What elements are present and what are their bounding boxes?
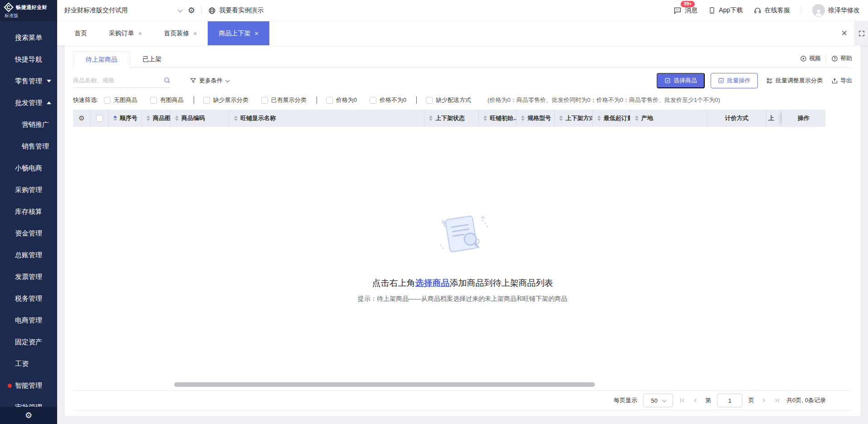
prev-page-icon[interactable] (692, 397, 699, 404)
sidebar-item[interactable]: 库存核算 (0, 201, 57, 222)
more-filters-button[interactable]: 更多条件 (190, 77, 229, 85)
sort-arrows-icon[interactable] (175, 116, 179, 121)
sidebar-item[interactable]: 电商管理 (0, 309, 57, 331)
sidebar-settings-button[interactable]: ⚙ (0, 407, 57, 424)
last-page-icon[interactable] (773, 397, 780, 404)
search-icon[interactable] (163, 77, 171, 84)
sort-arrows-icon[interactable] (429, 116, 433, 121)
sort-arrows-icon[interactable] (113, 116, 117, 121)
column-settings-button[interactable]: ⚙ (73, 110, 91, 127)
close-icon[interactable]: × (138, 30, 142, 37)
first-page-icon[interactable] (679, 397, 686, 404)
sort-arrows-icon[interactable] (234, 116, 238, 121)
column-header[interactable]: 旺铺显示名称 (229, 110, 424, 127)
quick-filter-option[interactable]: 无图商品 (104, 96, 137, 104)
quick-filter-option[interactable]: 已有展示分类 (261, 96, 307, 104)
per-page-select[interactable]: 50 (643, 394, 673, 407)
select-products-link[interactable]: 选择商品 (415, 278, 450, 288)
org-selector[interactable]: 好业财标准版交付试用 (64, 6, 181, 14)
sort-arrows-icon[interactable] (146, 116, 150, 121)
subtab-pending[interactable]: 待上架商品 (73, 51, 130, 68)
video-link[interactable]: 视频 (800, 54, 821, 63)
app-window: 畅捷通好业财 标准版 搜索菜单快捷导航零售管理批发管理营销推广销售管理小畅电商采… (0, 0, 868, 424)
checkbox[interactable] (370, 97, 376, 104)
sidebar-item[interactable]: 资金管理 (0, 222, 57, 244)
sidebar-item[interactable]: 工资 (0, 353, 57, 375)
quick-filter-option-label: 缺少配送方式 (436, 96, 471, 104)
column-header[interactable]: 产地 (630, 110, 707, 127)
quick-filter-option[interactable]: 有图商品 (150, 96, 184, 104)
export-button[interactable]: 导出 (831, 77, 852, 85)
batch-adjust-category-button[interactable]: 批量调整展示分类 (766, 77, 823, 85)
sort-arrows-icon[interactable] (483, 116, 487, 121)
messages-button[interactable]: 99+ 消息 (673, 6, 697, 14)
checkbox[interactable] (326, 97, 333, 104)
sidebar-item[interactable]: 采购管理 (0, 179, 57, 201)
column-header[interactable]: 上下架状态 (424, 110, 479, 127)
checkbox[interactable] (203, 97, 210, 104)
quick-filter-option[interactable]: 缺少展示分类 (203, 96, 249, 104)
sidebar: 畅捷通好业财 标准版 搜索菜单快捷导航零售管理批发管理营销推广销售管理小畅电商采… (0, 0, 57, 424)
sidebar-item[interactable]: 快捷导航 (0, 48, 57, 70)
sidebar-item[interactable]: 固定资产 (0, 331, 57, 353)
user-menu[interactable]: 徐泽华修改 (812, 4, 860, 17)
sidebar-item[interactable]: 审批管理 (0, 396, 57, 407)
sidebar-item[interactable]: 销售管理 (0, 135, 57, 157)
sidebar-item[interactable]: 发票管理 (0, 266, 57, 288)
tab[interactable]: 采购订单× (98, 21, 153, 45)
sort-arrows-icon[interactable] (521, 116, 525, 121)
sidebar-item[interactable]: 营销推广 (0, 114, 57, 135)
quick-filter-option[interactable]: 缺少配送方式 (426, 96, 471, 104)
next-page-icon[interactable] (760, 397, 767, 404)
column-header[interactable]: 顺序号 (109, 110, 142, 127)
page-number-input[interactable] (717, 394, 742, 407)
sidebar-item[interactable]: 总账管理 (0, 244, 57, 266)
tab[interactable]: 首页 (63, 21, 98, 45)
horizontal-scrollbar-thumb[interactable] (174, 382, 595, 387)
empty-illustration (429, 207, 497, 262)
quick-filter-option[interactable]: 价格不为0 (370, 96, 406, 104)
close-icon[interactable]: × (193, 30, 197, 37)
select-products-button[interactable]: 选择商品 (657, 73, 705, 88)
column-header: 上 (766, 110, 782, 127)
sort-arrows-icon[interactable] (559, 116, 563, 121)
checkbox[interactable] (150, 97, 157, 104)
close-icon[interactable]: × (254, 30, 258, 37)
sidebar-item[interactable]: 智能管理 (0, 375, 57, 396)
online-service-button[interactable]: 在线客服 (754, 6, 790, 14)
column-header[interactable]: 上下架方式 (555, 110, 593, 127)
quick-filter-option[interactable]: 价格为0 (326, 96, 357, 104)
settings-gear-icon[interactable]: ⚙ (188, 5, 195, 15)
select-all-checkbox[interactable] (96, 115, 103, 122)
checkbox[interactable] (261, 97, 268, 104)
search-input[interactable] (73, 77, 163, 84)
subtab-listed[interactable]: 已上架 (130, 51, 174, 67)
sidebar-item[interactable]: 批发管理 (0, 92, 57, 114)
column-header[interactable]: 规格型号 (517, 110, 555, 127)
column-header[interactable]: 商品图片 (142, 110, 171, 127)
batch-operations-button[interactable]: 批量操作 (711, 73, 758, 88)
sidebar-item[interactable]: 搜索菜单 (0, 27, 57, 48)
sidebar-item[interactable]: 零售管理 (0, 70, 57, 92)
app-download-button[interactable]: App下载 (708, 6, 743, 14)
total-records: 共0页, 0条记录 (786, 396, 826, 405)
close-all-tabs-icon[interactable]: ✕ (834, 21, 854, 45)
column-header[interactable]: 旺铺初始... (479, 110, 517, 127)
sidebar-item[interactable]: 税务管理 (0, 288, 57, 309)
demo-link[interactable]: 我要看实例演示 (208, 6, 263, 14)
sort-arrows-icon[interactable] (635, 116, 639, 121)
tab[interactable]: 首页装修× (153, 21, 208, 45)
checkbox[interactable] (104, 97, 111, 104)
messages-label: 消息 (685, 6, 697, 14)
sidebar-item[interactable]: 小畅电商 (0, 157, 57, 179)
column-header[interactable]: 最低起订量 (593, 110, 630, 127)
subtab-label: 待上架商品 (86, 56, 117, 64)
sidebar-item-label: 小畅电商 (15, 164, 42, 173)
column-header[interactable]: 商品编码 (171, 110, 229, 127)
tab[interactable]: 商品上下架× (208, 21, 269, 45)
sort-arrows-icon[interactable] (597, 116, 601, 121)
checkbox[interactable] (426, 97, 433, 104)
fullscreen-icon[interactable] (854, 21, 868, 45)
quick-filter-title: 快速筛选: (73, 96, 98, 104)
help-link[interactable]: 帮助 (831, 54, 852, 63)
